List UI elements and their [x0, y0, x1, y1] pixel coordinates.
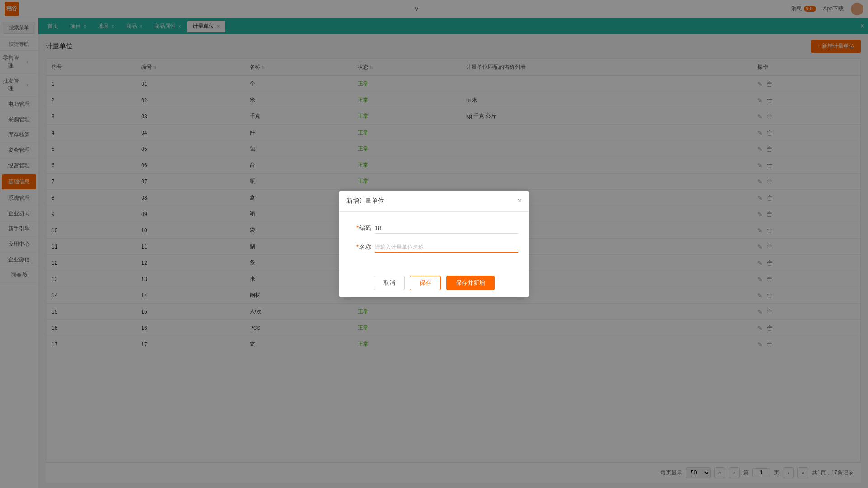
- cancel-button[interactable]: 取消: [374, 276, 405, 290]
- name-input[interactable]: [375, 242, 518, 253]
- code-input[interactable]: [375, 223, 518, 234]
- modal-overlay[interactable]: 新增计量单位 × *编码 *名称 取消 保存 保存并新增: [0, 0, 868, 488]
- name-form-row: *名称: [350, 242, 518, 253]
- required-star-code: *: [356, 225, 359, 231]
- code-form-row: *编码: [350, 223, 518, 234]
- save-and-new-button[interactable]: 保存并新增: [446, 276, 495, 290]
- name-label: *名称: [350, 243, 375, 251]
- modal-body: *编码 *名称: [339, 212, 529, 270]
- modal-header: 新增计量单位 ×: [339, 191, 529, 212]
- required-star-name: *: [356, 244, 359, 250]
- add-unit-modal: 新增计量单位 × *编码 *名称 取消 保存 保存并新增: [339, 191, 529, 297]
- code-label: *编码: [350, 224, 375, 232]
- modal-title: 新增计量单位: [346, 197, 384, 205]
- save-button[interactable]: 保存: [410, 276, 441, 290]
- modal-close-button[interactable]: ×: [518, 197, 522, 205]
- modal-footer: 取消 保存 保存并新增: [339, 270, 529, 297]
